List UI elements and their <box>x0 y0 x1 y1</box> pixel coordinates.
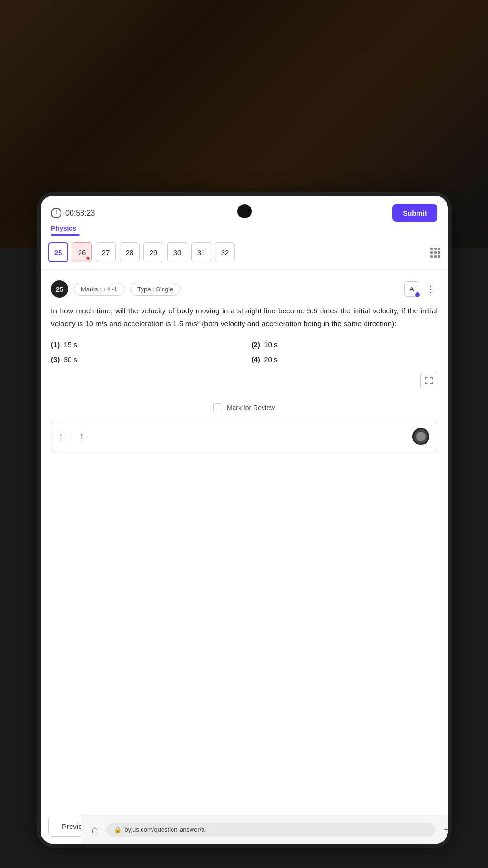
url-icon: 🔒 <box>114 826 122 833</box>
answer-value[interactable]: 1 <box>80 433 405 441</box>
mark-review-label: Mark for Review <box>227 404 275 412</box>
option-3[interactable]: (3) 30 s <box>51 353 237 365</box>
home-icon[interactable]: ⌂ <box>92 824 98 836</box>
option-2[interactable]: (2) 10 s <box>252 339 438 351</box>
submit-button[interactable]: Submit <box>392 204 437 222</box>
camera-dot <box>237 204 252 218</box>
q-num-28[interactable]: 28 <box>120 242 140 262</box>
question-text: In how much time, will the velocity of b… <box>51 304 437 330</box>
timer-text: 00:58:23 <box>65 209 95 217</box>
timer-icon <box>51 208 61 218</box>
q-num-27[interactable]: 27 <box>96 242 116 262</box>
add-tab-button[interactable]: + <box>444 824 448 836</box>
record-inner <box>416 432 426 441</box>
options-grid: (1) 15 s (2) 10 s (3) 30 s (4) 20 s <box>51 339 437 365</box>
type-badge: Type : Single <box>130 283 180 296</box>
q-num-32[interactable]: 32 <box>215 242 235 262</box>
question-badge: 25 <box>51 280 68 298</box>
question-nav: 25 26 27 28 29 30 31 32 <box>41 236 448 269</box>
subject-label: Physics <box>51 225 437 232</box>
meta-actions: A ⋮ <box>404 281 437 297</box>
answer-input-section: 1 1 <box>51 421 437 452</box>
option-1[interactable]: (1) 15 s <box>51 339 237 351</box>
q-num-26[interactable]: 26 <box>72 242 92 262</box>
option-4[interactable]: (4) 20 s <box>252 353 438 365</box>
question-meta: 25 Marks : +4 -1 Type : Single A ⋮ <box>51 272 437 304</box>
question-area: 25 Marks : +4 -1 Type : Single A ⋮ In ho… <box>41 272 448 811</box>
more-options-button[interactable]: ⋮ <box>424 283 437 295</box>
timer-section: 00:58:23 <box>51 208 95 218</box>
record-button[interactable] <box>412 428 429 445</box>
device-frame: 00:58:23 Submit Physics 25 26 27 28 29 3… <box>41 196 448 844</box>
avatar-button[interactable]: A <box>404 281 419 297</box>
subject-bar: Physics <box>41 222 448 236</box>
q-num-29[interactable]: 29 <box>143 242 163 262</box>
avatar-lock-dot <box>415 292 420 297</box>
url-bar[interactable]: 🔒 byjus.com/question-answer/a- <box>106 823 435 837</box>
marks-badge: Marks : +4 -1 <box>74 283 124 296</box>
mark-review-checkbox[interactable] <box>214 403 222 412</box>
url-text: byjus.com/question-answer/a- <box>124 826 207 833</box>
q-num-30[interactable]: 30 <box>167 242 187 262</box>
divider <box>41 269 448 270</box>
fullscreen-button[interactable] <box>420 372 437 389</box>
grid-icon[interactable] <box>430 248 440 258</box>
answer-label: 1 <box>59 433 72 441</box>
browser-bar: ⌂ 🔒 byjus.com/question-answer/a- + ↺ ⋮ <box>81 815 448 844</box>
mark-for-review-section: Mark for Review <box>51 398 437 421</box>
q-num-25[interactable]: 25 <box>48 242 68 262</box>
q-num-31[interactable]: 31 <box>191 242 211 262</box>
